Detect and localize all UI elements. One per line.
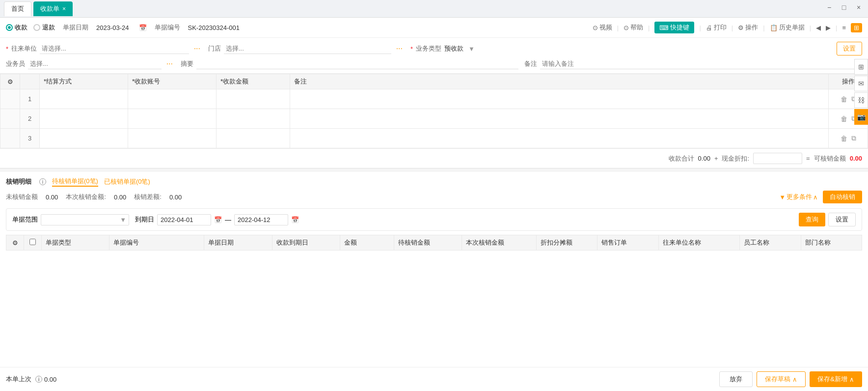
- video-link[interactable]: ⊙ 视频: [593, 23, 612, 32]
- form-section: * 往来单位 ··· 门店 ··· * 业务类型 预收款 ▼ 设置: [0, 38, 868, 74]
- remark-label: 备注: [524, 59, 537, 68]
- lower-col-partner: 往来单位名称: [658, 235, 740, 251]
- select-all-checkbox[interactable]: [29, 239, 36, 245]
- tab-receipt[interactable]: 收款单 ×: [33, 1, 73, 16]
- row-account-1[interactable]: [128, 89, 217, 109]
- query-button[interactable]: 查询: [799, 213, 825, 226]
- due-start-input[interactable]: [157, 214, 211, 225]
- bottom-info-icon[interactable]: i: [35, 376, 42, 383]
- col-account-header: *收款账号: [128, 74, 217, 89]
- staff-more-icon[interactable]: ···: [164, 59, 175, 68]
- remark-input[interactable]: [540, 58, 862, 69]
- refund-radio[interactable]: 退款: [33, 23, 55, 32]
- row-settings-1: [0, 89, 20, 109]
- row-settings-2: [0, 109, 20, 129]
- verify-info-icon[interactable]: i: [39, 178, 46, 185]
- row-settlement-1[interactable]: [40, 89, 128, 109]
- shortcut-button[interactable]: ⌨ 快捷键: [654, 22, 694, 33]
- table-header-row: ⚙ *结算方式 *收款账号 *收款金额 备注 操作: [0, 74, 868, 89]
- verify-tab-pending[interactable]: 待核销单据(0笔): [52, 177, 98, 187]
- tab-home[interactable]: 首页: [4, 1, 31, 16]
- equals-sign: =: [806, 155, 810, 162]
- filter-settings-button[interactable]: 设置: [828, 213, 856, 226]
- discount-input[interactable]: [753, 153, 802, 164]
- more-conditions-label: 更多条件: [787, 193, 812, 201]
- data-table: ⚙ *结算方式 *收款账号 *收款金额 备注 操作 1: [0, 74, 868, 148]
- print-link[interactable]: 🖨 打印: [706, 23, 727, 32]
- biz-type-arrow[interactable]: ▼: [468, 45, 475, 53]
- row-settlement-2[interactable]: [40, 109, 128, 129]
- row-account-3[interactable]: [128, 129, 217, 148]
- operation-link[interactable]: ⚙ 操作: [738, 23, 758, 32]
- delete-icon-3[interactable]: 🗑: [841, 135, 847, 142]
- copy-icon-3[interactable]: ⧉: [851, 134, 856, 142]
- tab-close-icon[interactable]: ×: [62, 5, 66, 12]
- more-conditions-link[interactable]: ▼ 更多条件 ∧: [779, 193, 818, 201]
- row-remark-2[interactable]: [290, 109, 829, 129]
- partner-more-icon[interactable]: ···: [192, 44, 202, 53]
- minimize-button[interactable]: −: [824, 2, 835, 13]
- receipt-radio[interactable]: 收款: [6, 23, 27, 32]
- list-view[interactable]: ≡: [842, 24, 846, 31]
- row-amount-2[interactable]: [217, 109, 290, 129]
- shop-more-icon[interactable]: ···: [394, 44, 405, 53]
- due-end-calendar-icon[interactable]: 📅: [291, 216, 299, 223]
- form-row-2: 业务员 ··· 摘要 备注: [6, 58, 862, 69]
- toolbar: 收款 退款 单据日期 2023-03-24 📅 单据编号 SK-20230324…: [0, 18, 868, 38]
- row-amount-1[interactable]: [217, 89, 290, 109]
- save-draft-button[interactable]: 保存草稿 ∧: [757, 371, 806, 387]
- sep7: |: [836, 24, 837, 31]
- due-label: 到期日: [135, 215, 154, 224]
- delete-icon-2[interactable]: 🗑: [841, 115, 847, 123]
- maximize-button[interactable]: □: [839, 2, 849, 13]
- row-amount-3[interactable]: [217, 129, 290, 148]
- discard-button[interactable]: 放弃: [719, 371, 753, 387]
- right-panel-table-btn[interactable]: ⊞: [854, 59, 868, 75]
- shop-input[interactable]: [224, 43, 391, 54]
- save-new-button[interactable]: 保存&新增 ∧: [810, 371, 862, 387]
- scope-input[interactable]: [41, 214, 129, 225]
- diff-value: 0.00: [169, 194, 182, 201]
- biz-type-label: 业务类型: [416, 44, 441, 53]
- verify-stats: 未核销金额 0.00 本次核销金额: 0.00 核销差额: 0.00 ▼ 更多条…: [6, 191, 862, 203]
- summary-input[interactable]: [196, 58, 518, 69]
- auto-verify-button[interactable]: 自动核销: [823, 191, 862, 203]
- sep3: |: [699, 24, 701, 31]
- right-panel-link-btn[interactable]: ⛓: [854, 92, 868, 108]
- verify-tab-done[interactable]: 已核销单据(0笔): [104, 177, 150, 186]
- lower-col-docnum: 单据编号: [109, 235, 204, 251]
- row-settlement-3[interactable]: [40, 129, 128, 148]
- help-link[interactable]: ⊙ 帮助: [624, 23, 643, 32]
- lower-col-receivedate: 收款到期日: [272, 235, 340, 251]
- col-settlement-header: *结算方式: [40, 74, 128, 89]
- settings-button[interactable]: 设置: [837, 42, 862, 56]
- tab-home-label: 首页: [11, 4, 24, 13]
- row-remark-3[interactable]: [290, 129, 829, 148]
- nav-next[interactable]: ▶: [826, 24, 831, 31]
- due-start-calendar-icon[interactable]: 📅: [214, 216, 222, 223]
- shortcut-label: 快捷键: [670, 23, 689, 32]
- lower-col-current: 本次核销金额: [462, 235, 537, 251]
- history-label: 历史单据: [779, 23, 805, 32]
- close-button[interactable]: ×: [853, 2, 864, 13]
- delete-icon-1[interactable]: 🗑: [841, 95, 847, 103]
- due-end-input[interactable]: [234, 214, 288, 225]
- scope-label: 单据范围: [12, 215, 38, 224]
- right-panel-photo-btn[interactable]: 📷: [854, 109, 868, 125]
- row-account-2[interactable]: [128, 109, 217, 129]
- operation-label: 操作: [745, 23, 758, 32]
- date-calendar-icon[interactable]: 📅: [139, 24, 147, 31]
- partner-input[interactable]: [40, 43, 189, 54]
- nav-prev[interactable]: ◀: [816, 24, 821, 31]
- col-settings-header[interactable]: ⚙: [0, 74, 20, 89]
- row-remark-1[interactable]: [290, 89, 829, 109]
- history-link[interactable]: 📋 历史单据: [770, 23, 805, 32]
- grid-view[interactable]: ⊞: [851, 23, 862, 32]
- verify-title: 核销明细 i 待核销单据(0笔) 已核销单据(0笔): [6, 177, 862, 187]
- right-panel-mail-btn[interactable]: ✉: [854, 76, 868, 91]
- row-num-3: 3: [20, 129, 40, 148]
- lower-col-settings[interactable]: ⚙: [6, 235, 24, 251]
- row-num-1: 1: [20, 89, 40, 109]
- col-rownum-header: [20, 74, 40, 89]
- staff-input[interactable]: [28, 58, 162, 69]
